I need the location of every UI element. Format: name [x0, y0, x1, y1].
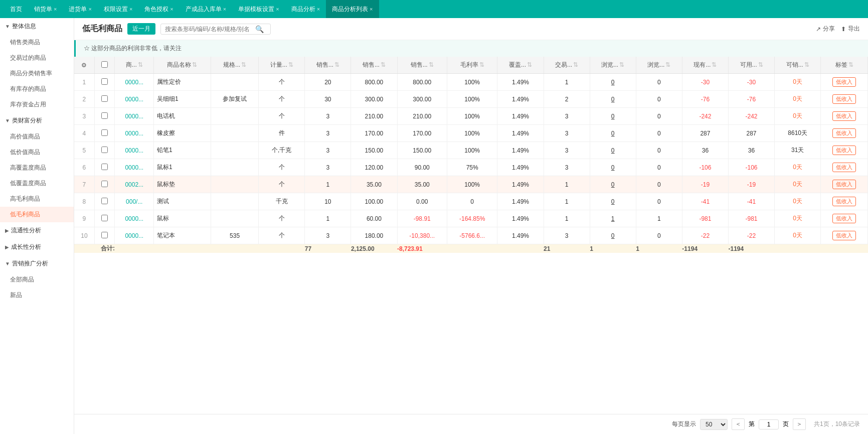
- sidebar-item-new-products[interactable]: 新品: [0, 287, 74, 303]
- cell-browse1[interactable]: 0: [590, 74, 636, 91]
- cell-transaction: 1: [544, 193, 590, 210]
- col-gross-margin[interactable]: 毛利率⇅: [447, 57, 497, 74]
- row-checkbox[interactable]: [101, 95, 108, 102]
- col-browse2[interactable]: 浏览...⇅: [636, 57, 682, 74]
- sidebar-group-overview[interactable]: ▼ 整体信息: [0, 18, 74, 35]
- cell-check[interactable]: [94, 125, 115, 142]
- col-sales-price[interactable]: 销售...⇅: [351, 57, 397, 74]
- nav-item-product-entry[interactable]: 产成品入库单 ×: [180, 0, 232, 18]
- col-tag[interactable]: 标签⇅: [821, 57, 868, 74]
- cell-browse1[interactable]: 1: [590, 210, 636, 227]
- sidebar-item-stock-capital[interactable]: 库存资金占用: [0, 97, 74, 112]
- col-code[interactable]: 商...⇅: [115, 57, 154, 74]
- cell-browse1[interactable]: 0: [590, 108, 636, 125]
- nav-close-sales[interactable]: ×: [54, 6, 57, 12]
- search-icon[interactable]: 🔍: [255, 25, 264, 33]
- col-unit[interactable]: 计量...⇅: [259, 57, 305, 74]
- nav-item-home[interactable]: 首页: [4, 0, 28, 18]
- col-settings[interactable]: ⚙: [74, 57, 94, 74]
- row-checkbox[interactable]: [101, 181, 108, 187]
- cell-current-stock: -106: [682, 159, 728, 176]
- prev-page-button[interactable]: ＜: [732, 418, 745, 430]
- sidebar-item-all-products[interactable]: 全部商品: [0, 272, 74, 287]
- sidebar-item-category-sales-rate[interactable]: 商品分类销售率: [0, 66, 74, 81]
- cell-check[interactable]: [94, 227, 115, 244]
- filter-button[interactable]: 近一月: [127, 23, 155, 35]
- cell-check[interactable]: [94, 74, 115, 91]
- row-checkbox[interactable]: [101, 78, 108, 85]
- nav-close-analysis[interactable]: ×: [317, 6, 320, 12]
- nav-item-analysis[interactable]: 商品分析 ×: [285, 0, 326, 18]
- col-sales-qty[interactable]: 销售...⇅: [305, 57, 351, 74]
- nav-item-purchase[interactable]: 进货单 ×: [63, 0, 97, 18]
- row-checkbox[interactable]: [101, 112, 108, 119]
- cell-check[interactable]: [94, 176, 115, 193]
- sidebar-item-sales-products[interactable]: 销售类商品: [0, 35, 74, 50]
- cell-current-stock: 287: [682, 125, 728, 142]
- col-saleable[interactable]: 可销...⇅: [775, 57, 821, 74]
- search-input[interactable]: [165, 26, 255, 33]
- nav-item-template[interactable]: 单据模板设置 ×: [232, 0, 285, 18]
- col-coverage[interactable]: 覆盖...⇅: [497, 57, 544, 74]
- select-all-checkbox[interactable]: [101, 61, 108, 68]
- cell-browse2: 1: [636, 210, 682, 227]
- nav-close-purchase[interactable]: ×: [88, 6, 91, 12]
- cell-browse1[interactable]: 0: [590, 142, 636, 159]
- cell-check[interactable]: [94, 108, 115, 125]
- sidebar-group-wealth[interactable]: ▼ 类财富分析: [0, 112, 74, 129]
- nav-close-roles[interactable]: ×: [170, 6, 173, 12]
- cell-check[interactable]: [94, 159, 115, 176]
- nav-close-permissions[interactable]: ×: [129, 6, 132, 12]
- nav-item-roles[interactable]: 角色授权 ×: [138, 0, 179, 18]
- sidebar-item-low-margin[interactable]: 低毛利商品: [0, 207, 74, 222]
- current-page-input[interactable]: [759, 419, 779, 429]
- col-spec[interactable]: 规格...⇅: [211, 57, 258, 74]
- row-checkbox[interactable]: [101, 147, 108, 153]
- cell-check[interactable]: [94, 91, 115, 108]
- col-sales-profit[interactable]: 销售...⇅: [397, 57, 447, 74]
- share-button[interactable]: ↗ 分享: [816, 25, 835, 33]
- col-name[interactable]: 商品名称⇅: [154, 57, 211, 74]
- cell-browse1[interactable]: 0: [590, 227, 636, 244]
- sidebar-item-high-coverage[interactable]: 高覆盖度商品: [0, 160, 74, 176]
- sidebar-item-low-coverage[interactable]: 低覆盖度商品: [0, 176, 74, 191]
- cell-browse1[interactable]: 0: [590, 159, 636, 176]
- col-current-stock[interactable]: 现有...⇅: [682, 57, 728, 74]
- cell-check[interactable]: [94, 210, 115, 227]
- export-button[interactable]: ⬆ 导出: [841, 25, 860, 33]
- cell-check[interactable]: [94, 193, 115, 210]
- col-available[interactable]: 可用...⇅: [728, 57, 774, 74]
- nav-item-sales[interactable]: 销货单 ×: [28, 0, 63, 18]
- next-page-button[interactable]: ＞: [793, 418, 806, 430]
- row-checkbox[interactable]: [101, 164, 108, 170]
- nav-item-analysis-list[interactable]: 商品分析列表 ×: [326, 0, 379, 18]
- sidebar-item-low-value[interactable]: 低价值商品: [0, 144, 74, 160]
- sidebar-item-high-value[interactable]: 高价值商品: [0, 129, 74, 144]
- cell-browse1[interactable]: 0: [590, 176, 636, 193]
- col-check[interactable]: [94, 57, 115, 74]
- sidebar-group-growth[interactable]: ▶ 成长性分析: [0, 239, 74, 255]
- nav-close-template[interactable]: ×: [276, 6, 279, 12]
- row-checkbox[interactable]: [101, 215, 108, 221]
- sidebar-item-traded-products[interactable]: 交易过的商品: [0, 50, 74, 66]
- cell-browse1[interactable]: 0: [590, 91, 636, 108]
- table-container[interactable]: ⚙ 商...⇅ 商品名称⇅ 规格...⇅ 计量...⇅ 销售...⇅ 销售...…: [74, 57, 868, 414]
- sidebar-item-stocked-products[interactable]: 有库存的商品: [0, 81, 74, 97]
- sidebar-item-high-margin[interactable]: 高毛利商品: [0, 191, 74, 207]
- cell-tag: 低收入: [821, 142, 868, 159]
- col-browse1[interactable]: 浏览...⇅: [590, 57, 636, 74]
- per-page-select[interactable]: 50 100 200: [700, 419, 728, 430]
- row-checkbox[interactable]: [101, 232, 108, 238]
- share-icon: ↗: [816, 26, 821, 33]
- sidebar-group-marketing[interactable]: ▼ 营销推广分析: [0, 255, 74, 272]
- row-checkbox[interactable]: [101, 198, 108, 204]
- row-checkbox[interactable]: [101, 129, 108, 136]
- nav-close-analysis-list[interactable]: ×: [370, 6, 373, 12]
- sidebar-group-liquidity[interactable]: ▶ 流通性分析: [0, 222, 74, 239]
- col-transaction[interactable]: 交易...⇅: [544, 57, 590, 74]
- cell-check[interactable]: [94, 142, 115, 159]
- nav-item-permissions[interactable]: 权限设置 ×: [98, 0, 138, 18]
- cell-browse1[interactable]: 0: [590, 193, 636, 210]
- cell-browse1[interactable]: 0: [590, 125, 636, 142]
- nav-close-product-entry[interactable]: ×: [223, 6, 226, 12]
